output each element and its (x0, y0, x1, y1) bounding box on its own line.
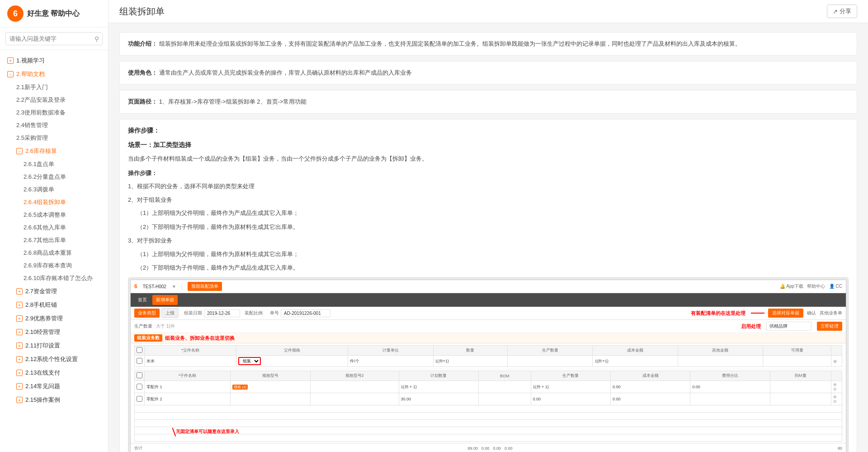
sidebar-item-assembly[interactable]: 2.6.4组装拆卸单 (0, 196, 108, 209)
annotation4: 无固定清单可以随意在这里录入 (176, 428, 239, 435)
sidebar-item-faq[interactable]: + 2.14常见问题 (0, 380, 108, 393)
select-all-lower[interactable] (137, 372, 142, 378)
upper-cell-other (678, 356, 763, 367)
sidebar-item-other-out[interactable]: 2.6.7其他出库单 (0, 234, 108, 247)
plus-icon-mobile: + (16, 302, 23, 308)
lower-row-5 (135, 420, 842, 427)
sidebar-item-prepare[interactable]: 2.3使用前数据准备 (0, 106, 108, 119)
l-cell-prodqty1: 1(外 + 1) (531, 381, 610, 393)
dropdown-icon: ▼ (172, 284, 176, 289)
share-button[interactable]: ↗ 分享 (827, 5, 857, 18)
minus-icon: - (7, 71, 14, 77)
lower-row-check2[interactable] (137, 396, 142, 402)
plus-icon-cases: + (16, 397, 23, 403)
empty-row4 (135, 413, 842, 420)
sidebar-item-cost-calc[interactable]: 2.6.8商品成本重算 (0, 247, 108, 259)
sidebar-item-inventory-count[interactable]: 2.6.1盘点单 (0, 158, 108, 171)
plus-icon-coupon: + (16, 315, 23, 322)
sidebar-item-other-in[interactable]: 2.6.6其他入库单 (0, 221, 108, 234)
l-col-bom: BOM (478, 371, 531, 381)
upper-table: *父件名称 父件规格 计量单位 数量 生产数量 成本金额 其他金额 可用量 (134, 345, 842, 367)
lower-row-7 (135, 434, 842, 442)
upper-row-check[interactable] (137, 358, 142, 364)
arrow-line1 (751, 313, 764, 314)
l-col-cost: 成本金额 (610, 371, 690, 381)
sidebar-item-install[interactable]: 2.2产品安装及登录 (0, 94, 108, 106)
nav-home[interactable]: 首页 (134, 295, 151, 305)
apply-btn[interactable]: 立即处理 (817, 322, 842, 331)
plus-icon-faq: + (16, 383, 23, 390)
sidebar-header: 6 好生意 帮助中心 (0, 0, 108, 28)
sidebar-item-online-pay[interactable]: + 2.13在线支付 (0, 366, 108, 380)
sidebar-item-mobile[interactable]: + 2.8手机旺铺 (0, 298, 108, 312)
plus-icon-custom: + (16, 356, 23, 362)
col-checkbox (135, 346, 145, 356)
l-col-ops (831, 371, 842, 381)
sidebar-item-custom[interactable]: + 2.12系统个性化设置 (0, 352, 108, 366)
app-logo-small: 6 (134, 283, 137, 290)
upper-cell-type-select[interactable]: 组装 拆卸 (236, 356, 348, 367)
sidebar-item-inventory-split[interactable]: 2.6.2分量盘点单 (0, 171, 108, 183)
form-date-label: 组装日期 (184, 310, 202, 316)
total-val4: 0.00 (505, 446, 513, 451)
upper-cell-avail (763, 356, 831, 367)
sidebar-item-docs[interactable]: - 2.帮助文档 (0, 67, 108, 81)
l-cell-name1: 零配件 1 (145, 381, 231, 393)
sidebar-item-finance[interactable]: + 2.7资金管理 (0, 285, 108, 298)
select-all-upper[interactable] (137, 347, 142, 353)
lower-row-2: 零配件 2 30.00 0.00 0.00 (135, 393, 842, 405)
steps-title: 操作步骤： (128, 127, 849, 135)
form-date-value[interactable]: 2019-12-26 (204, 309, 240, 317)
sidebar-item-coupon[interactable]: + 2.9优惠券管理 (0, 312, 108, 325)
l-cell-spec2b (310, 393, 399, 405)
role-label: 使用角色： (128, 69, 157, 76)
form-no-label: 单号 (270, 310, 279, 316)
process-input[interactable]: 供精品牌 (766, 322, 811, 331)
intro-label: 功能介绍： (128, 40, 157, 47)
sidebar-item-inv-check[interactable]: 2.6.9库存账本查询 (0, 259, 108, 272)
search-box[interactable]: ⚲ (0, 28, 108, 50)
l-cell-ops1: ⊕ ⊘ (831, 381, 842, 393)
lower-row-4 (135, 413, 842, 420)
sidebar-item-inventory[interactable]: - 2.6库存核算 (0, 144, 108, 158)
scenario1-title: 场景一：加工类型选择 (128, 139, 849, 151)
upper-cell-cost: 1(外+1) (593, 356, 678, 367)
plus-icon-print: + (16, 343, 23, 349)
l-col-name: *子件名称 (145, 371, 231, 381)
bom-button[interactable]: 预期装配清单 (188, 282, 222, 291)
search-input[interactable] (5, 32, 103, 45)
upper-row-1: 米米 组装 拆卸 件/个 1(外+1) (135, 356, 842, 367)
l-cell-check2 (135, 393, 145, 405)
save-btn[interactable]: 业务类型 (134, 309, 160, 318)
app-header-no: TEST-H002 (143, 284, 166, 289)
nav-new[interactable]: 新增单据 (152, 295, 178, 305)
l-cell-bom1 (478, 381, 531, 393)
sidebar-item-ops[interactable]: + 2.10经营管理 (0, 325, 108, 339)
type-dropdown[interactable]: 组装 拆卸 (238, 357, 261, 365)
sidebar-item-inv-err[interactable]: 2.6.10库存账本错了怎么办 (0, 272, 108, 285)
screenshot-inner: 6 TEST-H002 ▼ 预期装配清单 🔔 App下载 帮助中心 👤 CC 首… (128, 278, 848, 452)
intro-text: 组装拆卸单用来处理企业组装或拆卸等加工业务，支持有固定装配清单的产品加工业务，也… (159, 40, 741, 47)
sidebar-item-newbie[interactable]: 2.1新手入门 (0, 81, 108, 94)
print-btn[interactable]: 上报 (161, 308, 179, 318)
sidebar-item-purchase[interactable]: 2.5采购管理 (0, 132, 108, 144)
sidebar-item-cost-adj[interactable]: 2.6.5成本调整单 (0, 209, 108, 221)
lower-row-1: 零配件 1 规格 (4) 1(外 + 1) 1(外 + 1) 0.00 0.00 (135, 381, 842, 393)
l-cell-check1 (135, 381, 145, 393)
l-cell-cost1: 0.00 (610, 381, 690, 393)
logo-text: 好生意 帮助中心 (27, 9, 80, 19)
steps-section: 操作步骤： 场景一：加工类型选择 当由多个子件材料组装成一个成品的业务为【组装】… (119, 119, 857, 452)
sidebar-item-print[interactable]: + 2.11打印设置 (0, 339, 108, 352)
lower-row-check1[interactable] (137, 384, 142, 390)
lower-row-6 (135, 427, 842, 434)
form-no-value[interactable]: AD-20191226-001 (281, 309, 330, 317)
top-bar: 组装拆卸单 ↗ 分享 (108, 0, 868, 23)
sidebar-item-cases[interactable]: + 2.15操作案例 (0, 393, 108, 407)
sidebar-item-video[interactable]: + 1.视频学习 (0, 54, 108, 67)
process-btn[interactable]: 选择对应单据 (768, 309, 803, 318)
form-bom-label: 装配比例 (245, 310, 263, 316)
sidebar-item-sales[interactable]: 2.4销售管理 (0, 119, 108, 132)
sidebar-item-inventory-adjust[interactable]: 2.6.3调拨单 (0, 183, 108, 196)
step3-sub1: （1）上部明细为父件明细，最终作为原材料生成其它出库单； (128, 249, 849, 260)
empty-row6 (135, 427, 842, 434)
